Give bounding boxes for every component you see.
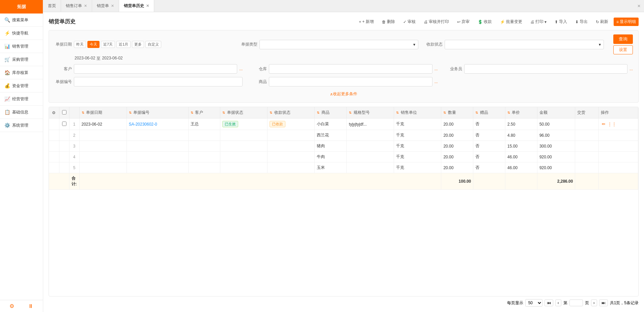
warehouse-ellipsis-btn[interactable]: ... xyxy=(435,67,438,71)
doc-type-select[interactable]: ▾ xyxy=(259,40,419,49)
salesperson-ellipsis-btn[interactable]: ... xyxy=(629,67,633,71)
sidebar: 拓据 🔍 搜索菜单 ⚡ 快捷导航 📊 销售管理 🛒 采购管理 🏠 库存核算 💰 … xyxy=(0,0,43,312)
last-page-btn[interactable]: ⏭ xyxy=(599,300,608,306)
tab-close-all[interactable]: ✕ xyxy=(634,4,644,8)
next-page-btn[interactable]: › xyxy=(591,300,597,306)
col-settings[interactable]: ⚙ xyxy=(49,107,59,119)
action-more-btn[interactable]: ⋮⋮ xyxy=(607,122,617,127)
col-customer[interactable]: ⇅ 客户 xyxy=(188,107,220,119)
row-action xyxy=(599,130,638,141)
import-button[interactable]: ⬆ 导入 xyxy=(552,18,570,26)
collapse-label: 收起更多条件 xyxy=(333,91,357,97)
row-doc-no-link[interactable]: SA-20230602-0 xyxy=(129,122,157,127)
filter-doc-no: 单据编号 xyxy=(54,77,243,86)
doc-no-input[interactable] xyxy=(74,77,243,86)
tab-home[interactable]: 首页 xyxy=(43,0,61,12)
date-7days-btn[interactable]: 近7天 xyxy=(101,41,115,48)
col-collection-status[interactable]: ⇅ 收款状态 xyxy=(268,107,315,119)
current-page-input[interactable]: 1 xyxy=(569,300,583,306)
row-doc-no: SA-20230602-0 xyxy=(127,119,188,130)
sidebar-item-label: 系统管理 xyxy=(12,123,28,128)
date-today-btn[interactable]: 今天 xyxy=(87,41,100,48)
date-custom-btn[interactable]: 自定义 xyxy=(145,41,161,48)
select-all-checkbox[interactable] xyxy=(62,110,66,114)
goods-ellipsis-btn[interactable]: ... xyxy=(435,79,438,84)
print-button[interactable]: 🖨 打印 ▾ xyxy=(528,18,549,26)
sidebar-item-sys-mgmt[interactable]: ⚙️ 系统管理 xyxy=(0,119,43,132)
tab-sales-order-close[interactable]: ✕ xyxy=(84,4,87,8)
row-action xyxy=(599,141,638,152)
sidebar-item-basic-info[interactable]: 📋 基础信息 xyxy=(0,106,43,119)
col-gift[interactable]: ⇅ 赠品 xyxy=(473,107,505,119)
row-doc-no xyxy=(127,152,188,162)
collection-status-select[interactable]: ▾ xyxy=(445,40,604,49)
setting-button[interactable]: 设置 xyxy=(613,45,633,54)
refresh-button[interactable]: ↻ 刷新 xyxy=(593,18,611,26)
show-detail-button[interactable]: ≡ 显示明细 xyxy=(614,18,639,26)
tab-sales-history-close[interactable]: ✕ xyxy=(146,4,149,8)
first-page-btn[interactable]: ⏮ xyxy=(544,300,553,306)
action-edit-btn[interactable]: ✏ xyxy=(601,122,607,127)
row-doc-no xyxy=(127,162,188,173)
date-separator: 至 xyxy=(96,56,101,61)
batch-change-button[interactable]: ⚡ 批量变更 xyxy=(497,18,525,26)
sidebar-item-sales-mgmt[interactable]: 📊 销售管理 xyxy=(0,40,43,53)
collect-button[interactable]: 💲 收款 xyxy=(475,18,495,26)
date-1month-btn[interactable]: 近1月 xyxy=(116,41,131,48)
audit-print-button[interactable]: 🖨 审核并打印 xyxy=(421,18,452,26)
ops-mgmt-icon: 📈 xyxy=(4,96,10,102)
sidebar-item-purchase-mgmt[interactable]: 🛒 采购管理 xyxy=(0,53,43,66)
new-button[interactable]: + + 新增 xyxy=(356,18,376,26)
date-yesterday-btn[interactable]: 昨天 xyxy=(74,41,86,48)
row-gift: 否 xyxy=(473,152,505,162)
sidebar-item-fund-mgmt[interactable]: 💰 资金管理 xyxy=(0,79,43,93)
abandon-button[interactable]: ↩ 弃审 xyxy=(454,18,472,26)
salesperson-input[interactable] xyxy=(464,64,627,74)
settings-bottom-icon[interactable]: ⚙ xyxy=(9,303,14,309)
filter-warehouse: 仓库 ... xyxy=(249,64,438,74)
prev-page-btn[interactable]: ‹ xyxy=(555,300,561,306)
row-quantity: 20.00 xyxy=(441,130,473,141)
row-quantity: 20.00 xyxy=(441,162,473,173)
summary-spacer3 xyxy=(505,173,537,190)
tab-sales-order[interactable]: 销售订单 ✕ xyxy=(61,0,92,12)
sidebar-item-quick-nav[interactable]: ⚡ 快捷导航 xyxy=(0,27,43,40)
col-doc-no[interactable]: ⇅ 单据编号 xyxy=(127,107,188,119)
col-amount: 金额 xyxy=(537,107,575,119)
app-logo: 拓据 xyxy=(0,0,43,14)
col-doc-status[interactable]: ⇅ 单据状态 xyxy=(220,107,268,119)
customer-ellipsis-btn[interactable]: ... xyxy=(239,67,243,71)
per-page-select[interactable]: 50 100 200 xyxy=(525,299,542,307)
pause-icon[interactable]: ⏸ xyxy=(28,303,33,309)
row-settings xyxy=(49,130,59,141)
row-checkbox[interactable] xyxy=(62,122,66,126)
col-quantity[interactable]: ⇅ 数量 xyxy=(441,107,473,119)
row-checkbox-cell xyxy=(59,152,69,162)
sidebar-item-search-menu[interactable]: 🔍 搜索菜单 xyxy=(0,14,43,27)
sidebar-item-label: 经营管理 xyxy=(12,96,28,102)
sidebar-item-ops-mgmt[interactable]: 📈 经营管理 xyxy=(0,93,43,106)
query-button[interactable]: 查询 xyxy=(613,34,633,44)
sort-icon: ⇅ xyxy=(317,111,319,114)
date-more-btn[interactable]: 更多 xyxy=(132,41,144,48)
delete-button[interactable]: 🗑 删除 xyxy=(379,18,398,26)
col-spec-type[interactable]: ⇅ 规格型号 xyxy=(347,107,394,119)
new-icon: + xyxy=(359,20,361,24)
goods-input[interactable] xyxy=(269,77,432,86)
audit-button[interactable]: ✓ 审核 xyxy=(400,18,418,26)
col-unit-price[interactable]: ⇅ 单价 xyxy=(505,107,537,119)
row-num: 2 xyxy=(69,130,79,141)
col-goods[interactable]: ⇅ 商品 xyxy=(315,107,347,119)
customer-input[interactable] xyxy=(74,64,237,74)
collapse-more-btn[interactable]: ∧ 收起更多条件 xyxy=(54,90,633,98)
col-sales-unit[interactable]: ⇅ 销售单位 xyxy=(394,107,441,119)
col-doc-date[interactable]: ⇅ 单据日期 xyxy=(79,107,127,119)
sidebar-item-inventory-calc[interactable]: 🏠 库存核算 xyxy=(0,66,43,79)
tab-sales-goods[interactable]: 销货单 ✕ xyxy=(92,0,119,12)
warehouse-input[interactable] xyxy=(269,64,432,74)
tab-sales-history[interactable]: 销货单历史 ✕ xyxy=(119,0,154,12)
export-button[interactable]: ⬇ 导出 xyxy=(572,18,590,26)
row-doc-date xyxy=(79,141,127,152)
tab-sales-goods-close[interactable]: ✕ xyxy=(111,4,114,8)
row-unit-price: 2.50 xyxy=(505,119,537,130)
